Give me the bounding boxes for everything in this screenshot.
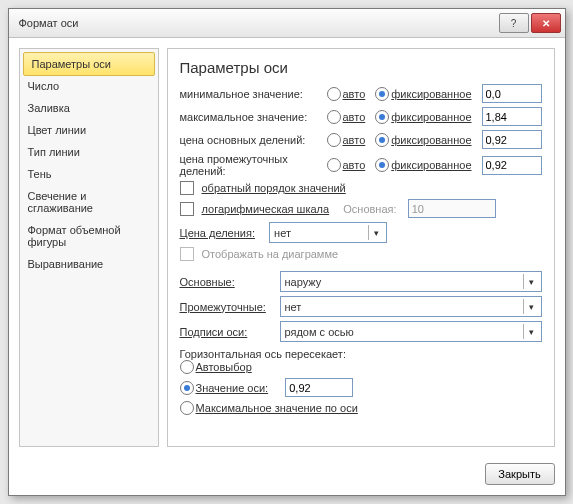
row-log: логарифмическая шкала Основная:	[180, 199, 542, 218]
row-reverse: обратный порядок значений	[180, 181, 542, 195]
titlebar: Формат оси ? ✕	[9, 9, 565, 38]
label-minor-tick: Промежуточные:	[180, 301, 280, 313]
radio-icon	[327, 158, 341, 172]
sidebar-item-number[interactable]: Число	[20, 75, 158, 97]
radio-icon	[327, 133, 341, 147]
content-heading: Параметры оси	[180, 59, 542, 76]
label-max: максимальное значение:	[180, 111, 323, 123]
radio-minor-auto[interactable]: авто	[327, 158, 366, 172]
sidebar: Параметры оси Число Заливка Цвет линии Т…	[19, 48, 159, 447]
row-show-on-chart: Отображать на диаграмме	[180, 247, 542, 261]
label-log: логарифмическая шкала	[202, 203, 330, 215]
titlebar-buttons: ? ✕	[499, 13, 561, 33]
sidebar-item-axis-params[interactable]: Параметры оси	[23, 52, 155, 76]
row-minor-unit: цена промежуточных делений: авто фиксиро…	[180, 153, 542, 177]
radio-icon	[327, 110, 341, 124]
chevron-down-icon: ▾	[523, 274, 539, 289]
radio-max-auto[interactable]: авто	[327, 110, 366, 124]
label-major-unit: цена основных делений:	[180, 134, 323, 146]
sidebar-item-line-type[interactable]: Тип линии	[20, 141, 158, 163]
row-max: максимальное значение: авто фиксированно…	[180, 107, 542, 126]
chevron-down-icon: ▾	[523, 299, 539, 314]
radio-icon	[180, 401, 194, 415]
radio-min-fixed[interactable]: фиксированное	[375, 87, 471, 101]
radio-cross-max[interactable]: Максимальное значение по оси	[180, 401, 358, 415]
radio-major-auto[interactable]: авто	[327, 133, 366, 147]
dialog-window: Формат оси ? ✕ Параметры оси Число Залив…	[8, 8, 566, 496]
tick-grid: Основные: наружу ▾ Промежуточные: нет ▾ …	[180, 271, 542, 342]
radio-icon	[375, 158, 389, 172]
input-minor-unit[interactable]	[482, 156, 542, 175]
radio-cross-auto[interactable]: Автовыбор	[180, 360, 252, 374]
label-show-on-chart: Отображать на диаграмме	[202, 248, 339, 260]
row-min: минимальное значение: авто фиксированное	[180, 84, 542, 103]
radio-minor-fixed[interactable]: фиксированное	[375, 158, 471, 172]
input-max[interactable]	[482, 107, 542, 126]
select-major-tick[interactable]: наружу ▾	[280, 271, 542, 292]
radio-icon	[327, 87, 341, 101]
dialog-footer: Закрыть	[9, 457, 565, 495]
radio-icon	[180, 381, 194, 395]
chevron-down-icon: ▾	[523, 324, 539, 339]
sidebar-item-shadow[interactable]: Тень	[20, 163, 158, 185]
radio-icon	[375, 133, 389, 147]
radio-max-fixed[interactable]: фиксированное	[375, 110, 471, 124]
cross-heading: Горизонтальная ось пересекает:	[180, 348, 542, 360]
sidebar-item-fill[interactable]: Заливка	[20, 97, 158, 119]
help-icon: ?	[511, 18, 517, 29]
input-major-unit[interactable]	[482, 130, 542, 149]
select-minor-tick[interactable]: нет ▾	[280, 296, 542, 317]
window-title: Формат оси	[19, 17, 499, 29]
chevron-down-icon: ▾	[368, 225, 384, 240]
sidebar-item-line-color[interactable]: Цвет линии	[20, 119, 158, 141]
radio-min-auto[interactable]: авто	[327, 87, 366, 101]
close-icon: ✕	[542, 18, 550, 29]
row-cross-max: Максимальное значение по оси	[180, 401, 542, 415]
sidebar-item-3d[interactable]: Формат объемной фигуры	[20, 219, 158, 253]
sidebar-item-glow[interactable]: Свечение и сглаживание	[20, 185, 158, 219]
select-axis-labels[interactable]: рядом с осью ▾	[280, 321, 542, 342]
label-reverse: обратный порядок значений	[202, 182, 346, 194]
label-log-base: Основная:	[343, 203, 396, 215]
row-cross-value: Значение оси:	[180, 378, 542, 397]
radio-icon	[180, 360, 194, 374]
radio-icon	[375, 110, 389, 124]
radio-cross-value[interactable]: Значение оси:	[180, 381, 269, 395]
checkbox-log[interactable]	[180, 202, 194, 216]
sidebar-item-align[interactable]: Выравнивание	[20, 253, 158, 275]
help-button[interactable]: ?	[499, 13, 529, 33]
dialog-body: Параметры оси Число Заливка Цвет линии Т…	[9, 38, 565, 457]
label-minor-unit: цена промежуточных делений:	[180, 153, 323, 177]
label-division-price: Цена деления:	[180, 227, 255, 239]
checkbox-reverse[interactable]	[180, 181, 194, 195]
row-cross-auto: Автовыбор	[180, 360, 542, 374]
input-log-base	[408, 199, 496, 218]
select-division-price[interactable]: нет ▾	[269, 222, 387, 243]
input-cross-value[interactable]	[285, 378, 353, 397]
input-min[interactable]	[482, 84, 542, 103]
close-window-button[interactable]: ✕	[531, 13, 561, 33]
content-panel: Параметры оси минимальное значение: авто…	[167, 48, 555, 447]
row-major-unit: цена основных делений: авто фиксированно…	[180, 130, 542, 149]
radio-icon	[375, 87, 389, 101]
radio-major-fixed[interactable]: фиксированное	[375, 133, 471, 147]
label-min: минимальное значение:	[180, 88, 323, 100]
close-button[interactable]: Закрыть	[485, 463, 555, 485]
label-axis-labels: Подписи оси:	[180, 326, 280, 338]
checkbox-show-on-chart	[180, 247, 194, 261]
row-division-price: Цена деления: нет ▾	[180, 222, 542, 243]
label-major-tick: Основные:	[180, 276, 280, 288]
